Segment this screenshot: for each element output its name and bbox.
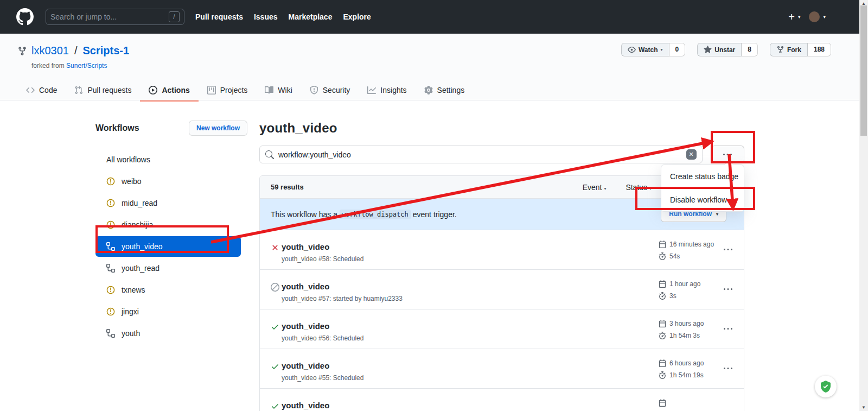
run-row[interactable]: youth_video youth_video #55: Scheduled 6… — [260, 349, 744, 389]
run-description: youth_video #56: Scheduled — [282, 334, 363, 342]
play-icon — [149, 86, 157, 94]
repo-owner-link[interactable]: lxk0301 — [31, 45, 69, 57]
sidebar-item-weibo[interactable]: weibo — [95, 170, 247, 192]
gear-icon — [424, 86, 433, 94]
scrollbar-thumb[interactable] — [860, 5, 867, 136]
chevron-down-icon: ▾ — [604, 186, 606, 191]
run-meta: 6 hours ago 1h 54m 19s — [659, 357, 704, 381]
tab-wiki[interactable]: Wiki — [256, 80, 301, 102]
run-description: youth_video #55: Scheduled — [282, 374, 363, 382]
extension-shield-badge[interactable] — [815, 376, 837, 397]
workflow-icon — [106, 329, 115, 338]
run-options-icon[interactable] — [724, 285, 732, 294]
run-title-link[interactable]: youth_video — [282, 321, 329, 331]
slash-key-hint: / — [169, 11, 180, 22]
run-meta: 3 hours ago 1h 54m 3s — [659, 318, 704, 342]
sidebar-item-youth-read[interactable]: youth_read — [95, 257, 247, 279]
calendar-icon — [659, 280, 666, 288]
workflow-icon — [106, 242, 115, 251]
github-logo-icon[interactable] — [16, 8, 34, 26]
watch-button[interactable]: Watch▾ — [621, 43, 669, 56]
repo-name-link[interactable]: Scripts-1 — [83, 45, 130, 57]
run-title-link[interactable]: youth_video — [282, 361, 329, 370]
repo-breadcrumb: lxk0301 / Scripts-1 — [17, 45, 129, 57]
github-actions-page: / Pull requests Issues Marketplace Explo… — [0, 0, 868, 411]
calendar-icon — [659, 359, 666, 367]
scroll-down-icon[interactable]: ▼ — [859, 405, 868, 410]
run-row[interactable]: youth_video youth_video #57: started by … — [260, 270, 744, 309]
sidebar-item-jingxi[interactable]: jingxi — [95, 301, 247, 323]
sidebar-item-dianshijia[interactable]: dianshijia — [95, 214, 247, 236]
sidebar-item-txnews[interactable]: txnews — [95, 279, 247, 301]
user-menu-caret-icon[interactable]: ▾ — [823, 14, 826, 20]
eye-icon — [628, 46, 636, 54]
calendar-icon — [659, 399, 666, 407]
sidebar-item-all-workflows[interactable]: All workflows — [95, 149, 247, 170]
run-row[interactable]: youth_video youth_video #58: Scheduled 1… — [260, 230, 744, 270]
global-search-input[interactable] — [50, 12, 169, 21]
create-new-caret-icon[interactable]: ▾ — [798, 14, 801, 20]
stopwatch-icon — [659, 292, 666, 300]
star-button-group: Unstar 8 — [697, 43, 758, 56]
run-row[interactable]: youth_video — [260, 389, 744, 411]
run-row[interactable]: youth_video youth_video #56: Scheduled 3… — [260, 309, 744, 349]
runs-filter-box: ✕ — [259, 146, 703, 163]
run-title-link[interactable]: youth_video — [282, 282, 329, 291]
run-title-link[interactable]: youth_video — [282, 242, 329, 251]
menu-item-create-status-badge[interactable]: Create status badge — [661, 165, 744, 188]
check-icon — [271, 362, 279, 371]
fork-button[interactable]: Fork — [770, 43, 808, 56]
page-scrollbar[interactable]: ▲ ▼ — [859, 0, 868, 411]
tab-code[interactable]: Code — [17, 80, 66, 102]
event-filter-dropdown[interactable]: Event ▾ — [583, 183, 607, 192]
warning-icon — [106, 286, 115, 294]
sidebar-item-youth[interactable]: youth — [95, 323, 247, 344]
global-search-box[interactable]: / — [46, 9, 184, 25]
run-options-icon[interactable] — [724, 364, 732, 373]
run-meta: 1 hour ago 3s — [659, 278, 700, 302]
create-new-icon[interactable]: + — [788, 11, 795, 22]
nav-link-explore[interactable]: Explore — [343, 12, 371, 21]
tab-insights[interactable]: Insights — [359, 80, 415, 102]
kebab-horizontal-icon — [723, 150, 732, 159]
user-avatar[interactable] — [809, 11, 820, 22]
stopwatch-icon — [659, 371, 666, 379]
repo-header: lxk0301 / Scripts-1 forked from Sunert/S… — [0, 34, 859, 100]
watch-count[interactable]: 0 — [669, 43, 686, 56]
sidebar-item-youth-video[interactable]: youth_video — [95, 236, 241, 257]
unstar-button[interactable]: Unstar — [697, 43, 742, 56]
repo-forked-icon — [17, 46, 27, 56]
warning-icon — [106, 177, 115, 186]
run-options-icon[interactable] — [724, 245, 732, 254]
tab-projects[interactable]: Projects — [199, 80, 257, 102]
tab-actions[interactable]: Actions — [140, 80, 198, 102]
forked-from-link[interactable]: Sunert/Scripts — [66, 62, 107, 69]
workflow-options-menu: Create status badge Disable workflow — [661, 165, 744, 212]
status-filter-dropdown[interactable]: Status ▾ — [626, 183, 652, 192]
tab-security[interactable]: Security — [301, 80, 359, 102]
sidebar-item-midu-read[interactable]: midu_read — [95, 192, 247, 214]
clear-filter-icon[interactable]: ✕ — [686, 149, 697, 160]
run-title-link[interactable]: youth_video — [282, 401, 329, 410]
shield-check-icon — [819, 380, 832, 393]
nav-link-issues[interactable]: Issues — [254, 12, 278, 21]
x-failure-icon — [271, 243, 279, 252]
code-icon — [26, 86, 35, 94]
runs-filter-input[interactable] — [278, 150, 686, 159]
chevron-down-icon: ▾ — [716, 212, 718, 217]
new-workflow-button[interactable]: New workflow — [189, 121, 247, 136]
menu-item-disable-workflow[interactable]: Disable workflow — [661, 188, 744, 211]
pull-request-icon — [74, 86, 83, 94]
top-navbar: / Pull requests Issues Marketplace Explo… — [0, 0, 859, 34]
tab-pull-requests[interactable]: Pull requests — [66, 80, 140, 102]
nav-link-marketplace[interactable]: Marketplace — [289, 12, 333, 21]
chevron-down-icon: ▾ — [649, 186, 652, 191]
nav-link-pull-requests[interactable]: Pull requests — [195, 12, 243, 21]
shield-icon — [310, 86, 318, 94]
run-options-icon[interactable] — [724, 325, 732, 333]
star-count[interactable]: 8 — [742, 43, 758, 56]
tab-settings[interactable]: Settings — [416, 80, 474, 102]
circle-slash-icon — [271, 283, 279, 292]
fork-count[interactable]: 188 — [808, 43, 831, 56]
results-count: 59 results — [271, 183, 304, 191]
